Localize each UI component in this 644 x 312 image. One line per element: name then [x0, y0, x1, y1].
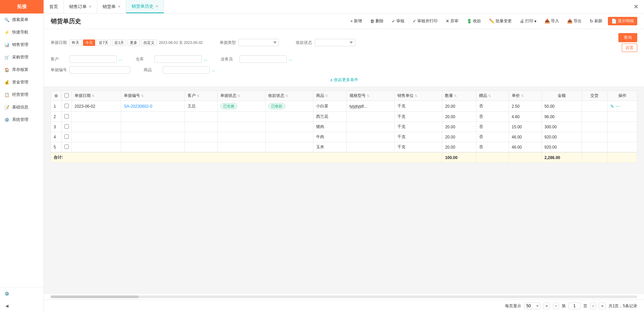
row-transaction [582, 112, 608, 122]
warehouse-ellipsis[interactable]: ... [204, 57, 207, 61]
print-button[interactable]: 🖨 打印 ▾ [517, 17, 539, 25]
edit-icon[interactable]: ✎ [610, 104, 614, 109]
warehouse-input[interactable] [155, 55, 202, 63]
batch-change-button[interactable]: ✏️ 批量变更 [486, 17, 514, 25]
row-checkbox-cell[interactable] [62, 112, 72, 122]
refresh-button[interactable]: ↻ 刷新 [587, 17, 605, 25]
col-doc-date[interactable]: 单据日期 ⇅ [72, 91, 121, 101]
row-checkbox-cell[interactable] [62, 132, 72, 142]
sidebar-item-quick-nav[interactable]: ⚡ 快捷导航 [0, 26, 44, 38]
goods-ellipsis[interactable]: ... [212, 68, 215, 72]
tab-sales-history-close[interactable]: ✕ [156, 4, 158, 8]
more-actions-icon[interactable]: ⋯ [616, 104, 620, 109]
show-detail-button[interactable]: 📄 显示明细 [608, 17, 637, 25]
today-btn[interactable]: 今天 [83, 40, 95, 46]
sidebar-item-basic-info[interactable]: 📝 基础信息 [0, 101, 44, 113]
staff-filter: 业务员 ... [221, 55, 292, 63]
row-checkbox-cell[interactable] [62, 122, 72, 132]
sidebar-item-inventory-calc[interactable]: 🏠 库存核算 [0, 63, 44, 76]
first-page-btn[interactable]: « [543, 303, 550, 309]
row-checkbox[interactable] [64, 145, 69, 149]
query-button[interactable]: 查询 [618, 33, 637, 42]
tab-sales-history[interactable]: 销货单历史 ✕ [126, 0, 164, 13]
add-button[interactable]: + 新增 [347, 17, 365, 25]
import-button[interactable]: 📥 导入 [542, 17, 562, 25]
sidebar-item-search-menu[interactable]: 🔍 搜索菜单 [0, 14, 44, 26]
scroll-track[interactable] [51, 295, 637, 298]
row-doc-no[interactable]: SA-20230602-0 [121, 101, 185, 112]
tab-sales-order-close[interactable]: ✕ [89, 5, 91, 8]
page-size-select[interactable]: 50 10 20 100 [524, 303, 540, 309]
sidebar-item-finance-mgmt[interactable]: 💰 资金管理 [0, 76, 44, 88]
col-gift[interactable]: 赠品 ⇅ [476, 91, 509, 101]
goods-input[interactable] [163, 66, 210, 74]
export-button[interactable]: 📤 导出 [564, 17, 584, 25]
col-collect-status[interactable]: 收款状态 ⇅ [265, 91, 313, 101]
sidebar-settings-btn[interactable]: ⚙️ [0, 288, 44, 300]
delete-button[interactable]: 🗑 删除 [367, 17, 386, 25]
abandon-button[interactable]: ✕ 弃审 [443, 17, 461, 25]
audit-print-icon: ✓ [413, 19, 416, 24]
row-doc-no[interactable] [121, 142, 185, 153]
collect-status-select[interactable] [315, 39, 355, 46]
row-checkbox-cell[interactable] [62, 142, 72, 153]
tab-sales-delivery-close[interactable]: ✕ [118, 5, 120, 8]
row-doc-no[interactable] [121, 112, 185, 122]
row-checkbox-cell[interactable] [62, 101, 72, 112]
audit-button[interactable]: ✓ 审核 [389, 17, 407, 25]
customer-ellipsis[interactable]: ... [119, 57, 122, 61]
yesterday-btn[interactable]: 昨天 [69, 40, 82, 46]
audit-print-button[interactable]: ✓ 审核并打印 [410, 17, 440, 25]
col-unit-price[interactable]: 单价 ⇅ [509, 91, 541, 101]
sidebar-item-purchase-mgmt[interactable]: 🛒 采购管理 [0, 51, 44, 63]
col-spec-type[interactable]: 规格型号 ⇅ [346, 91, 394, 101]
col-customer[interactable]: 客户 ⇅ [185, 91, 217, 101]
row-checkbox[interactable] [64, 104, 69, 108]
page-input[interactable] [568, 303, 581, 309]
tab-sales-delivery[interactable]: 销货单 ✕ [97, 0, 126, 13]
nav-close-btn[interactable]: ✕ [628, 3, 644, 10]
prev-page-btn[interactable]: ‹ [553, 303, 559, 309]
row-doc-no[interactable] [121, 132, 185, 142]
scroll-thumb[interactable] [51, 295, 139, 298]
staff-ellipsis[interactable]: ... [289, 57, 292, 61]
sidebar-item-system-mgmt[interactable]: ⚙️ 系统管理 [0, 113, 44, 126]
staff-input[interactable] [240, 55, 287, 63]
scroll-bar-area [44, 294, 644, 300]
tab-sales-order[interactable]: 销售订单 ✕ [64, 0, 97, 13]
next-page-btn[interactable]: › [590, 303, 596, 309]
col-checkbox[interactable] [62, 91, 72, 101]
col-quantity[interactable]: 数量 ⇅ [442, 91, 476, 101]
sidebar-item-label: 库存核算 [12, 67, 28, 73]
row-checkbox[interactable] [64, 124, 69, 129]
sidebar-collapse-btn[interactable]: ◀ [0, 300, 44, 312]
collapse-btn[interactable]: ∧ 收起更多条件 [330, 77, 358, 83]
col-doc-status[interactable]: 单据状态 ⇅ [218, 91, 265, 101]
table-footer: 合计: 100.00 2,286.00 [51, 152, 637, 163]
tab-home[interactable]: 首页 [44, 0, 64, 13]
custom-btn[interactable]: 自定义 [141, 40, 157, 46]
row-checkbox[interactable] [64, 134, 69, 139]
doc-no-input[interactable] [69, 66, 130, 74]
last-page-btn[interactable]: » [599, 303, 606, 309]
row-checkbox[interactable] [64, 114, 69, 119]
pagination-bar: 每页显示 50 10 20 100 « ‹ 第 页 › » 共1页，5条记录 [44, 300, 644, 312]
col-doc-no[interactable]: 单据编号 ⇅ [121, 91, 185, 101]
print-arrow-icon: ▾ [534, 19, 536, 24]
sidebar-item-operations-mgmt[interactable]: 📋 经营管理 [0, 88, 44, 101]
date-label: 单据日期 [51, 40, 67, 46]
select-all-checkbox[interactable] [64, 93, 69, 98]
doc-type-select[interactable] [239, 39, 279, 46]
1month-btn[interactable]: 近1月 [112, 40, 126, 46]
col-goods[interactable]: 商品 ⇅ [313, 91, 346, 101]
more-btn[interactable]: 更多 [128, 40, 140, 46]
customer-input[interactable] [69, 55, 117, 63]
sidebar-item-sales-mgmt[interactable]: 📊 销售管理 [0, 38, 44, 51]
7days-btn[interactable]: 近7天 [96, 40, 111, 46]
doc-no-sort-icon: ⇅ [141, 94, 144, 98]
collect-button[interactable]: 💲 收款 [464, 17, 484, 25]
row-doc-no[interactable] [121, 122, 185, 132]
col-sales-unit[interactable]: 销售单位 ⇅ [394, 91, 442, 101]
col-settings[interactable]: ⚙ [51, 91, 62, 101]
setting-button[interactable]: 设置 [622, 44, 637, 52]
